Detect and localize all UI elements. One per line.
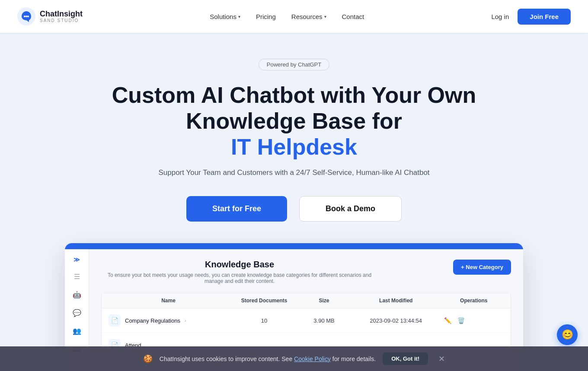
sidebar-icon-users[interactable]: 👥 [72,326,82,336]
join-free-button[interactable]: Join Free [518,9,571,25]
svg-point-3 [27,16,29,17]
col-name: Name [109,298,228,304]
kb-header-text: Knowledge Base To ensure your bot meets … [101,260,378,284]
nav-link-solutions[interactable]: Solutions ▾ [210,13,240,20]
chevron-down-icon: ▾ [238,14,240,19]
chevron-down-icon: ▾ [324,14,326,19]
row-modified-cell: 2023-09-02 13:44:54 [348,317,444,324]
svg-point-2 [26,16,27,17]
logo: ChatInsight Sand Studio [17,7,83,25]
kb-header: Knowledge Base To ensure your bot meets … [101,260,511,284]
navbar-actions: Log in Join Free [491,9,571,25]
chevron-right-icon: › [185,318,186,323]
nav-link-pricing[interactable]: Pricing [256,13,276,20]
sidebar-icon-bot[interactable]: 🤖 [72,290,82,299]
hero-buttons: Start for Free Book a Demo [9,196,579,222]
chat-widget-icon: 😊 [562,329,573,340]
col-ops: Operations [444,298,504,304]
hero-subtitle: Support Your Team and Customers with a 2… [9,168,579,177]
nav-link-contact[interactable]: Contact [342,13,364,20]
nav-item-resources[interactable]: Resources ▾ [291,13,326,20]
nav-item-solutions[interactable]: Solutions ▾ [210,13,240,20]
row-operations: ✏️ 🗑️ [444,317,504,324]
nav-link-resources[interactable]: Resources ▾ [291,13,326,20]
col-size: Size [300,298,348,304]
sidebar-collapse-icon[interactable]: ≫ [74,256,80,263]
edit-icon[interactable]: ✏️ [444,317,451,324]
sidebar-icon-docs[interactable]: ☰ [72,272,82,281]
new-category-button[interactable]: + New Category [453,260,511,275]
hero-title-highlight: IT Helpdesk [231,134,357,159]
delete-icon[interactable]: 🗑️ [457,317,465,324]
dashboard-topbar [65,243,523,249]
start-free-button[interactable]: Start for Free [186,196,287,222]
cookie-text: ChatInsight uses cookies to improve cont… [160,355,376,362]
navbar: ChatInsight Sand Studio Solutions ▾ Pric… [0,0,588,33]
row-name-cell: 📄 Company Regulations › [109,314,228,327]
logo-main-text: ChatInsight [40,10,83,19]
row-docs-cell: 10 [228,317,300,324]
nav-item-contact[interactable]: Contact [342,13,364,20]
ok-got-it-button[interactable]: OK, Got it! [383,352,428,365]
logo-sub-text: Sand Studio [40,18,83,23]
login-button[interactable]: Log in [491,13,509,20]
book-demo-button[interactable]: Book a Demo [299,196,402,222]
cookie-policy-link[interactable]: Cookie Policy [294,355,331,362]
row-size-cell: 3.90 MB [300,317,348,324]
kb-description: To ensure your bot meets your usage need… [101,272,378,284]
nav-menu: Solutions ▾ Pricing Resources ▾ Contact [210,13,364,20]
kb-title: Knowledge Base [101,260,378,270]
row-name-text: Company Regulations [125,317,180,324]
logo-icon [17,7,35,25]
col-docs: Stored Documents [228,298,300,304]
hero-title: Custom AI Chatbot with Your Own Knowledg… [108,82,480,160]
cookie-banner: 🍪 ChatInsight uses cookies to improve co… [0,346,588,371]
close-icon[interactable]: ✕ [438,354,445,364]
logo-text: ChatInsight Sand Studio [40,10,83,23]
powered-badge: Powered by ChatGPT [259,59,329,70]
col-modified: Last Modified [348,298,444,304]
chat-widget-button[interactable]: 😊 [557,324,578,345]
table-header: Name Stored Documents Size Last Modified… [102,293,511,308]
nav-item-pricing[interactable]: Pricing [256,13,276,20]
sidebar-icon-chat[interactable]: 💬 [72,308,82,317]
cookie-emoji: 🍪 [143,354,153,364]
row-doc-icon: 📄 [109,314,121,327]
hero-section: Powered by ChatGPT Custom AI Chatbot wit… [0,33,588,371]
svg-point-1 [24,16,26,17]
table-row: 📄 Company Regulations › 10 3.90 MB 2023-… [102,308,511,333]
